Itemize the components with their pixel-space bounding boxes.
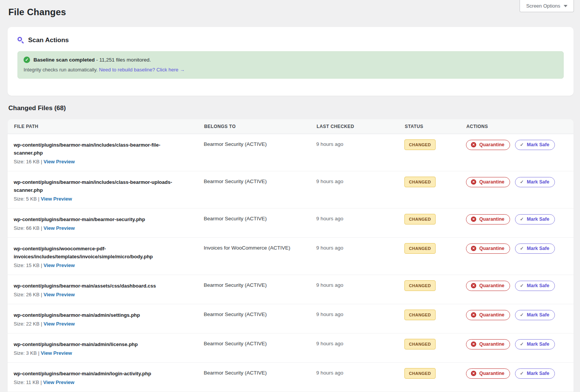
- cancel-circle-icon: ✕: [471, 341, 476, 347]
- last-checked: 9 hours ago: [316, 141, 404, 147]
- cancel-circle-icon: ✕: [471, 179, 476, 185]
- mark-safe-label: Mark Safe: [527, 179, 549, 185]
- file-size: Size: 15 KB |: [14, 262, 44, 268]
- file-path: wp-content/plugins/bearmor-main/bearmor-…: [14, 215, 189, 223]
- file-path: wp-content/plugins/bearmor-main/admin/se…: [14, 311, 189, 319]
- file-path-cell: wp-content/plugins/bearmor-main/admin/lo…: [14, 370, 204, 385]
- quarantine-button[interactable]: ✕ Quarantine: [466, 214, 510, 224]
- file-path-cell: wp-content/plugins/bearmor-main/includes…: [14, 141, 204, 164]
- quarantine-label: Quarantine: [479, 217, 504, 222]
- view-preview-link[interactable]: View Preview: [41, 350, 72, 356]
- mark-safe-button[interactable]: ✓ Mark Safe: [515, 310, 555, 320]
- quarantine-label: Quarantine: [479, 371, 504, 376]
- view-preview-link[interactable]: View Preview: [43, 379, 74, 385]
- changed-files-table: File Path Belongs To Last Checked Status…: [8, 119, 574, 392]
- file-meta: Size: 3 KB | View Preview: [14, 350, 189, 356]
- actions-cell: ✕ Quarantine ✓ Mark Safe: [466, 214, 567, 224]
- cancel-circle-icon: ✕: [471, 371, 476, 376]
- status-cell: CHANGED: [404, 282, 466, 291]
- file-path-cell: wp-content/plugins/bearmor-main/assets/c…: [14, 282, 204, 297]
- belongs-to: Invoices for WooCommerce (ACTIVE): [204, 245, 316, 251]
- status-cell: CHANGED: [404, 215, 466, 224]
- mark-safe-label: Mark Safe: [527, 312, 549, 318]
- table-row: wp-content/plugins/bearmor-main/admin/li…: [8, 334, 574, 363]
- quarantine-label: Quarantine: [479, 246, 504, 251]
- file-path-cell: wp-content/plugins/bearmor-main/admin/se…: [14, 311, 204, 327]
- belongs-to: Bearmor Security (ACTIVE): [204, 370, 316, 376]
- actions-cell: ✕ Quarantine ✓ Mark Safe: [466, 368, 567, 379]
- mark-safe-button[interactable]: ✓ Mark Safe: [515, 368, 555, 379]
- last-checked: 9 hours ago: [316, 311, 404, 317]
- file-path: wp-content/plugins/woocommerce-pdf-invoi…: [14, 245, 189, 261]
- file-size: Size: 11 KB |: [14, 379, 43, 385]
- scan-actions-header: Scan Actions: [17, 36, 564, 44]
- mark-safe-button[interactable]: ✓ Mark Safe: [515, 177, 555, 187]
- chevron-down-icon: [564, 5, 567, 7]
- actions-cell: ✕ Quarantine ✓ Mark Safe: [466, 310, 567, 320]
- table-body: wp-content/plugins/bearmor-main/includes…: [8, 134, 574, 392]
- status-badge: CHANGED: [404, 280, 436, 291]
- belongs-to: Bearmor Security (ACTIVE): [204, 141, 316, 147]
- file-size: Size: 26 KB |: [14, 292, 44, 297]
- baseline-scan-count: - 11,251 files monitored.: [95, 57, 151, 63]
- check-icon: ✓: [520, 312, 524, 318]
- screen-options-button[interactable]: Screen Options: [520, 0, 574, 12]
- status-badge: CHANGED: [404, 177, 436, 187]
- status-badge: CHANGED: [404, 243, 436, 254]
- view-preview-link[interactable]: View Preview: [44, 225, 75, 231]
- status-cell: CHANGED: [404, 141, 466, 150]
- mark-safe-label: Mark Safe: [527, 142, 549, 147]
- file-meta: Size: 16 KB | View Preview: [14, 159, 189, 164]
- file-meta: Size: 66 KB | View Preview: [14, 225, 189, 231]
- quarantine-label: Quarantine: [479, 312, 504, 318]
- quarantine-button[interactable]: ✕ Quarantine: [466, 281, 510, 291]
- file-size: Size: 3 KB |: [14, 350, 41, 356]
- belongs-to: Bearmor Security (ACTIVE): [204, 178, 316, 184]
- file-size: Size: 5 KB |: [14, 196, 41, 202]
- quarantine-button[interactable]: ✕ Quarantine: [466, 140, 510, 150]
- mark-safe-button[interactable]: ✓ Mark Safe: [515, 140, 555, 150]
- file-path: wp-content/plugins/bearmor-main/includes…: [14, 141, 189, 157]
- mark-safe-button[interactable]: ✓ Mark Safe: [515, 281, 555, 291]
- table-row: wp-content/plugins/bearmor-main/includes…: [8, 134, 574, 171]
- file-meta: Size: 15 KB | View Preview: [14, 262, 189, 268]
- view-preview-link[interactable]: View Preview: [41, 196, 72, 202]
- quarantine-button[interactable]: ✕ Quarantine: [466, 368, 510, 379]
- view-preview-link[interactable]: View Preview: [44, 262, 75, 268]
- file-path: wp-content/plugins/bearmor-main/admin/lo…: [14, 370, 189, 378]
- mark-safe-button[interactable]: ✓ Mark Safe: [515, 214, 555, 224]
- mark-safe-label: Mark Safe: [527, 217, 549, 222]
- belongs-to: Bearmor Security (ACTIVE): [204, 311, 316, 317]
- quarantine-button[interactable]: ✕ Quarantine: [466, 177, 510, 187]
- baseline-scan-headline: ✓ Baseline scan completed - 11,251 files…: [24, 57, 557, 63]
- quarantine-button[interactable]: ✕ Quarantine: [466, 243, 510, 254]
- rebuild-baseline-link[interactable]: Need to rebuild baseline? Click here →: [99, 67, 184, 73]
- file-path: wp-content/plugins/bearmor-main/admin/li…: [14, 340, 189, 348]
- quarantine-label: Quarantine: [479, 283, 504, 288]
- table-header-row: File Path Belongs To Last Checked Status…: [8, 119, 574, 134]
- belongs-to: Bearmor Security (ACTIVE): [204, 215, 316, 221]
- column-header-file-path: File Path: [14, 124, 204, 129]
- mark-safe-label: Mark Safe: [527, 246, 549, 251]
- view-preview-link[interactable]: View Preview: [44, 321, 75, 327]
- view-preview-link[interactable]: View Preview: [44, 292, 75, 297]
- baseline-scan-text: Baseline scan completed - 11,251 files m…: [33, 57, 151, 63]
- table-row: wp-content/plugins/bearmor-main/includes…: [8, 171, 574, 209]
- status-cell: CHANGED: [404, 245, 466, 254]
- view-preview-link[interactable]: View Preview: [44, 159, 75, 164]
- scan-actions-panel: Scan Actions ✓ Baseline scan completed -…: [8, 27, 574, 96]
- table-row: wp-content/plugins/woocommerce-pdf-invoi…: [8, 238, 574, 275]
- status-cell: CHANGED: [404, 340, 466, 349]
- mark-safe-button[interactable]: ✓ Mark Safe: [515, 339, 555, 349]
- actions-cell: ✕ Quarantine ✓ Mark Safe: [466, 177, 567, 187]
- column-header-belongs-to: Belongs To: [204, 124, 316, 129]
- actions-cell: ✕ Quarantine ✓ Mark Safe: [466, 140, 567, 150]
- file-size: Size: 66 KB |: [14, 225, 44, 231]
- quarantine-button[interactable]: ✕ Quarantine: [466, 310, 510, 320]
- file-path-cell: wp-content/plugins/bearmor-main/admin/li…: [14, 340, 204, 356]
- quarantine-button[interactable]: ✕ Quarantine: [466, 339, 510, 349]
- check-icon: ✓: [520, 179, 524, 185]
- status-badge: CHANGED: [404, 214, 436, 224]
- mark-safe-button[interactable]: ✓ Mark Safe: [515, 243, 555, 254]
- belongs-to: Bearmor Security (ACTIVE): [204, 282, 316, 288]
